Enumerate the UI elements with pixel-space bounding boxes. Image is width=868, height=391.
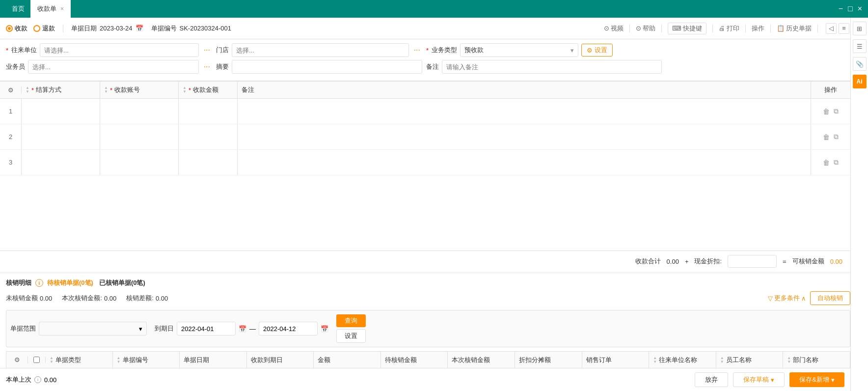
settings-btn[interactable]: ⚙ 设置: [581, 44, 613, 56]
history-btn[interactable]: 📋 历史单据: [777, 24, 812, 33]
sort-number[interactable]: ▲▼: [117, 356, 121, 364]
summary-input[interactable]: [232, 60, 422, 74]
row-3-settlement[interactable]: [22, 150, 100, 175]
chevron-down-icon: ▾: [570, 47, 574, 54]
row-2-copy-icon[interactable]: ⧉: [834, 133, 839, 141]
pending-tab[interactable]: 待核销单据(0笔): [47, 279, 93, 287]
table-settings-btn[interactable]: ⚙: [0, 86, 22, 94]
row-1-account[interactable]: [100, 99, 179, 124]
date-to-input[interactable]: [259, 322, 318, 335]
dropdown-arrow-icon: ▾: [139, 325, 142, 333]
list-view-icon[interactable]: ≡: [839, 23, 849, 34]
row-2-amount[interactable]: [179, 124, 238, 149]
sort-cp[interactable]: ▲▼: [653, 356, 657, 364]
bottom-table-check[interactable]: [28, 357, 46, 363]
more-conditions-btn[interactable]: ▽ 更多条件 ∧: [768, 294, 806, 303]
tab-close-btn[interactable]: ×: [60, 5, 64, 12]
sort-type[interactable]: ▲▼: [50, 356, 54, 364]
plus-sign: +: [685, 258, 689, 265]
calendar-from-icon[interactable]: 📅: [239, 325, 246, 333]
min-btn[interactable]: −: [839, 4, 843, 13]
radio-refund[interactable]: 退款: [33, 24, 55, 33]
video-icon: ⊙: [604, 25, 609, 32]
bth-counterparty: ▲▼ 往来单位名称: [649, 352, 716, 368]
row-2-remark[interactable]: [238, 124, 811, 149]
discard-btn[interactable]: 放弃: [695, 372, 728, 387]
sidebar-table-icon[interactable]: ⊞: [853, 22, 867, 35]
row-3-copy-icon[interactable]: ⧉: [834, 158, 839, 167]
row-1-copy-icon[interactable]: ⧉: [834, 107, 839, 115]
sidebar-list-icon[interactable]: ☰: [853, 39, 867, 53]
store-more-btn[interactable]: ···: [412, 46, 422, 55]
row-2-account[interactable]: [100, 124, 179, 149]
video-btn[interactable]: ⊙ 视频: [604, 24, 624, 33]
prev-icon[interactable]: ◁: [826, 23, 837, 34]
counterparty-more-btn[interactable]: ···: [202, 46, 212, 55]
help-btn[interactable]: ⊙ 帮助: [636, 24, 655, 33]
query-btn[interactable]: 查询: [336, 314, 366, 327]
bottom-table-settings[interactable]: ⚙: [6, 356, 28, 363]
sort-dept[interactable]: ▲▼: [787, 356, 791, 364]
unreconciled-stat: 未核销金额 0.00: [6, 294, 52, 303]
active-tab[interactable]: 收款单 ×: [30, 0, 71, 18]
range-dropdown[interactable]: ▾: [39, 322, 147, 335]
bth-current: 本次核销金额: [448, 352, 515, 368]
row-3-amount[interactable]: [179, 150, 238, 175]
row-3-delete-icon[interactable]: 🗑: [823, 159, 830, 167]
save-new-btn[interactable]: 保存&新增 ▾: [789, 372, 844, 387]
recon-settings-btn[interactable]: 设置: [336, 329, 366, 343]
summary-label: 摘要: [216, 62, 229, 71]
row-3-remark[interactable]: [238, 150, 811, 175]
discount-input[interactable]: [728, 255, 777, 268]
row-1-amount[interactable]: [179, 99, 238, 124]
row-1-action: 🗑 ⧉: [811, 99, 850, 124]
operation-btn[interactable]: 操作: [752, 24, 764, 33]
keyboard-btn[interactable]: ⌨ 快捷键: [668, 23, 706, 34]
bth-amount: 金额: [314, 352, 381, 368]
note-input[interactable]: [442, 60, 662, 74]
business-type-dropdown[interactable]: 预收款 ▾: [460, 43, 578, 57]
print-btn[interactable]: 🖨 打印: [719, 24, 739, 33]
save-draft-btn[interactable]: 保存草稿 ▾: [733, 372, 785, 387]
calendar-to-icon[interactable]: 📅: [321, 325, 328, 333]
available-label: 可核销金额: [792, 257, 824, 266]
row-1-delete-icon[interactable]: 🗑: [823, 108, 830, 115]
staff-more-btn[interactable]: ···: [202, 62, 212, 71]
number-field: 单据编号 SK-20230324-001: [151, 24, 232, 33]
select-all-checkbox[interactable]: [33, 357, 40, 363]
calendar-icon[interactable]: 📅: [136, 25, 143, 32]
counterparty-input[interactable]: [40, 43, 199, 57]
radio-collection[interactable]: 收款: [6, 24, 27, 33]
bth-pending: 待核销金额: [381, 352, 448, 368]
home-tab[interactable]: 首页: [6, 4, 30, 13]
row-2-settlement[interactable]: [22, 124, 100, 149]
sidebar-clip-icon[interactable]: 📎: [853, 57, 867, 71]
tab-bar: 首页 收款单 × − □ ×: [0, 0, 868, 18]
bth-staff-label: 员工名称: [726, 356, 752, 364]
bth-date-label: 单据日期: [184, 356, 209, 364]
date-from-input[interactable]: [177, 322, 236, 335]
tab-links: 待核销单据(0笔) 已核销单据(0笔): [47, 279, 145, 287]
th-account-label: 收款账号: [114, 85, 140, 94]
sort-staff[interactable]: ▲▼: [720, 356, 724, 364]
row-1-settlement[interactable]: [22, 99, 100, 124]
info-icon[interactable]: i: [35, 279, 43, 287]
row-3-account[interactable]: [100, 150, 179, 175]
sort-settlement[interactable]: ▲▼: [26, 86, 29, 94]
store-input[interactable]: [232, 43, 409, 57]
bth-discount-label: 折扣分摊额: [519, 356, 551, 364]
row-1-remark[interactable]: [238, 99, 811, 124]
max-btn[interactable]: □: [848, 4, 853, 13]
summary-row: 收款合计 0.00 + 现金折扣: = 可核销金额 0.00: [0, 251, 868, 272]
close-window-btn[interactable]: ×: [858, 4, 862, 13]
staff-input[interactable]: [28, 60, 199, 74]
table-row: 3 🗑 ⧉: [0, 150, 850, 175]
done-tab[interactable]: 已核销单据(0笔): [99, 279, 145, 287]
sidebar-screenshot-icon[interactable]: Ai: [853, 75, 867, 88]
sort-amount[interactable]: ▲▼: [183, 86, 187, 94]
sort-account[interactable]: ▲▼: [104, 86, 108, 94]
current-label: 本次核销金额:: [62, 294, 102, 303]
row-2-delete-icon[interactable]: 🗑: [823, 133, 830, 141]
info-icon-small[interactable]: i: [34, 376, 41, 383]
auto-reconcile-btn[interactable]: 自动核销: [810, 291, 850, 305]
